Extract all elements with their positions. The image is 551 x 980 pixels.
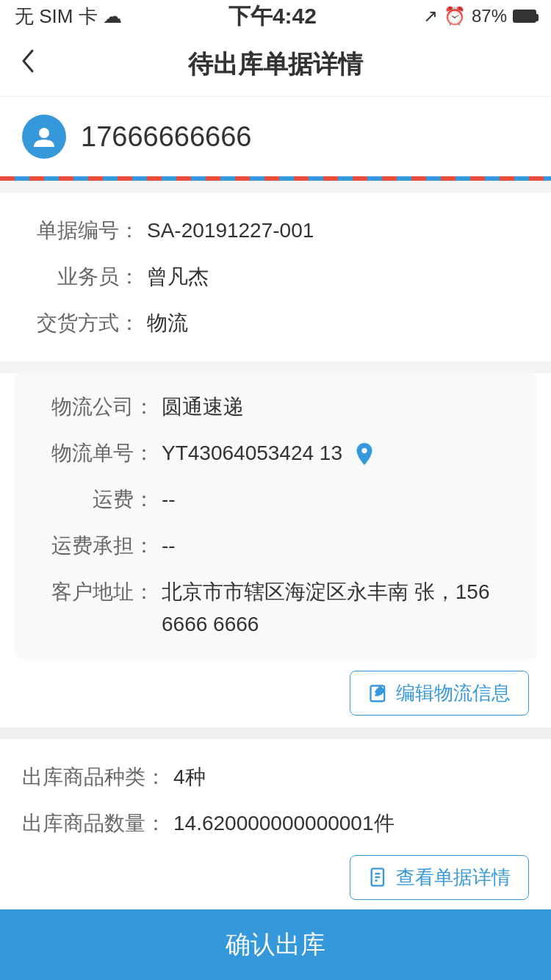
status-left: 无 SIM 卡 ☁ <box>15 4 122 29</box>
product-types-row: 出库商品种类： 4种 <box>22 761 529 794</box>
freight-bearer-label: 运费承担： <box>37 530 154 563</box>
page-title: 待出库单据详情 <box>188 48 363 82</box>
address-row: 客户地址： 北京市市辖区海淀区永丰南 张，156 6666 6666 <box>37 576 514 642</box>
logistics-company-row: 物流公司： 圆通速递 <box>37 391 514 424</box>
customer-phone: 17666666666 <box>81 121 251 153</box>
summary-section: 出库商品种类： 4种 出库商品数量： 14.620000000000001件 查… <box>0 739 551 915</box>
avatar <box>22 115 66 159</box>
view-detail-label: 查看单据详情 <box>396 865 511 890</box>
edit-icon <box>368 683 389 704</box>
nav-bar: 待出库单据详情 <box>0 32 551 97</box>
basic-info-section: 单据编号： SA-20191227-001 业务员： 曾凡杰 交货方式： 物流 <box>0 192 551 361</box>
delivery-method-row: 交货方式： 物流 <box>22 307 529 340</box>
product-quantity-label: 出库商品数量： <box>22 807 166 840</box>
svg-point-0 <box>39 128 49 138</box>
tracking-number-value: YT43064053424 13 <box>162 437 514 470</box>
logistics-company-label: 物流公司： <box>37 391 154 424</box>
document-number-value: SA-20191227-001 <box>147 215 529 248</box>
sales-person-row: 业务员： 曾凡杰 <box>22 261 529 294</box>
customer-header: 17666666666 <box>0 97 551 176</box>
sim-text: 无 SIM 卡 ☁ <box>15 4 122 29</box>
tracking-number-label: 物流单号： <box>37 437 154 470</box>
sales-person-label: 业务员： <box>22 261 140 294</box>
logistics-card: 物流公司： 圆通速递 物流单号： YT43064053424 13 运费： --… <box>15 373 536 659</box>
document-icon <box>368 867 389 887</box>
address-label: 客户地址： <box>37 576 154 609</box>
product-quantity-row: 出库商品数量： 14.620000000000001件 <box>22 807 529 840</box>
product-types-label: 出库商品种类： <box>22 761 166 794</box>
location-icon[interactable] <box>351 441 378 467</box>
confirm-button[interactable]: 确认出库 <box>0 909 551 980</box>
location-icon-small: ↗ <box>423 6 438 26</box>
battery-text: 87% <box>472 6 507 26</box>
logistics-company-value: 圆通速递 <box>162 391 514 424</box>
freight-row: 运费： -- <box>37 483 514 516</box>
edit-logistics-label: 编辑物流信息 <box>396 680 511 706</box>
confirm-button-label: 确认出库 <box>226 928 325 962</box>
edit-logistics-button[interactable]: 编辑物流信息 <box>350 671 529 716</box>
status-right: ↗ ⏰ 87% <box>423 6 536 26</box>
freight-bearer-value: -- <box>162 530 514 563</box>
product-types-value: 4种 <box>173 761 529 794</box>
document-number-label: 单据编号： <box>22 215 140 248</box>
document-number-row: 单据编号： SA-20191227-001 <box>22 215 529 248</box>
section-divider <box>0 727 551 739</box>
delivery-method-value: 物流 <box>147 307 529 340</box>
delivery-method-label: 交货方式： <box>22 307 140 340</box>
alarm-icon: ⏰ <box>444 6 466 26</box>
sales-person-value: 曾凡杰 <box>147 261 529 294</box>
tracking-number-row: 物流单号： YT43064053424 13 <box>37 437 514 470</box>
status-time: 下午4:42 <box>228 1 317 32</box>
freight-value: -- <box>162 483 514 516</box>
edit-btn-row: 编辑物流信息 <box>0 659 551 727</box>
battery-icon <box>513 10 536 23</box>
product-quantity-value: 14.620000000000001件 <box>173 807 529 840</box>
freight-label: 运费： <box>37 483 154 516</box>
freight-bearer-row: 运费承担： -- <box>37 530 514 563</box>
back-button[interactable] <box>18 45 38 84</box>
view-detail-button[interactable]: 查看单据详情 <box>350 855 529 900</box>
dashed-divider <box>0 176 551 181</box>
status-bar: 无 SIM 卡 ☁ 下午4:42 ↗ ⏰ 87% <box>0 0 551 32</box>
address-value: 北京市市辖区海淀区永丰南 张，156 6666 6666 <box>162 576 514 642</box>
